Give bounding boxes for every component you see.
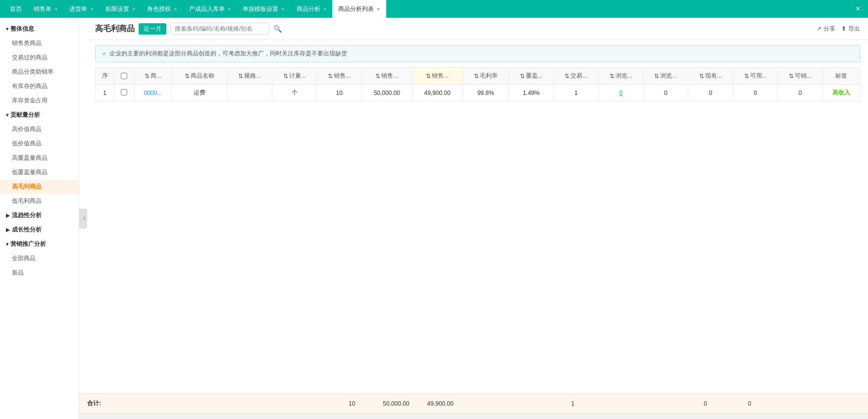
sidebar-item-high-margin[interactable]: 高毛利商品 — [0, 180, 79, 194]
nav-close-role[interactable]: × — [174, 6, 177, 12]
col-spec[interactable]: ⇅规格... — [227, 68, 272, 85]
col-transactions[interactable]: ⇅交易... — [554, 68, 599, 85]
sidebar-section-overall[interactable]: ▾ 整体信息 — [0, 22, 79, 36]
table-row: 1 0000... 运费 个 10 50,000.00 49,900.00 99… — [96, 85, 860, 101]
page-title: 高毛利商品 — [95, 24, 135, 34]
window-close-btn[interactable]: × — [852, 4, 864, 13]
share-btn[interactable]: ↗ 分享 — [817, 25, 835, 33]
footer-available-stock: 0 — [727, 400, 771, 407]
cell-current-stock: 0 — [688, 85, 733, 101]
nav-template[interactable]: 单据模板设置 × — [237, 0, 290, 18]
sort-icon-2: ⇅ — [185, 73, 190, 80]
footer-spacer1 — [109, 400, 153, 407]
col-available-stock[interactable]: ⇅可用... — [733, 68, 778, 85]
col-coverage[interactable]: ⇅覆盖... — [509, 68, 554, 85]
horizontal-scrollbar[interactable] — [79, 413, 868, 419]
sidebar-item-in-stock[interactable]: 有库存的商品 — [0, 79, 79, 93]
nav-close-sales[interactable]: × — [54, 6, 57, 12]
nav-close-permission[interactable]: × — [132, 6, 135, 12]
content-header: 高毛利商品 近一月 🔍 ↗ 分享 ⬆ 导出 — [87, 18, 868, 40]
cell-views1[interactable]: 0 — [599, 85, 644, 101]
nav-close-purchase[interactable]: × — [90, 6, 93, 12]
sidebar-item-new-goods[interactable]: 新品 — [0, 266, 79, 280]
arrow-icon-3: ▶ — [6, 213, 10, 218]
nav-sales[interactable]: 销售单 × — [28, 0, 63, 18]
sort-icon: ⇅ — [145, 73, 150, 80]
select-all-checkbox[interactable] — [121, 73, 127, 79]
footer-summary: 合计: 10 50,000.00 49,900.00 1 0 0 — [79, 393, 868, 413]
share-icon: ↗ — [817, 25, 821, 32]
footer-sales-amount: 50,000.00 — [374, 400, 418, 407]
sort-icon-3: ⇅ — [238, 73, 243, 80]
nav-analysis-list[interactable]: 商品分析列表 × — [332, 0, 386, 18]
sidebar-collapse-btn[interactable]: 《 — [79, 209, 87, 229]
sidebar-item-sales-goods[interactable]: 销售类商品 — [0, 36, 79, 50]
col-gross-margin[interactable]: ⇅毛利率 — [462, 68, 509, 85]
filter-recent-month-btn[interactable]: 近一月 — [139, 23, 166, 35]
cell-spec — [227, 85, 272, 101]
footer-current-stock: 0 — [683, 400, 727, 407]
cell-name: 运费 — [172, 85, 227, 101]
col-name[interactable]: ⇅商品名称 — [172, 68, 227, 85]
sidebar-item-stock-capital[interactable]: 库存资金占用 — [0, 93, 79, 108]
col-sales-cost[interactable]: ⇅销售... — [412, 68, 462, 85]
arrow-icon: ▾ — [6, 26, 8, 32]
arrow-icon-4: ▶ — [6, 227, 10, 233]
sidebar-item-high-value[interactable]: 高价值商品 — [0, 122, 79, 137]
row-checkbox[interactable] — [121, 89, 127, 95]
export-icon: ⬆ — [841, 25, 846, 32]
footer-cells: 10 50,000.00 49,900.00 1 0 0 — [109, 400, 860, 407]
info-icon: ✧ — [102, 50, 106, 57]
top-nav: 首页 销售单 × 进货单 × 权限设置 × 角色授权 × 产成品入库单 × 单据… — [0, 0, 868, 18]
footer-spacer10 — [772, 400, 816, 407]
search-btn[interactable]: 🔍 — [273, 25, 282, 33]
col-current-stock[interactable]: ⇅现有... — [688, 68, 733, 85]
col-tag[interactable]: 标签 — [822, 68, 860, 85]
col-sellable[interactable]: ⇅可销... — [778, 68, 823, 85]
nav-close-production[interactable]: × — [228, 6, 231, 12]
table-container[interactable]: 序 ⇅商... ⇅商品名称 ⇅规格... ⇅计量... ⇅销售... ⇅销售..… — [87, 67, 868, 393]
info-banner: ✧ 企业的主要的利润都是这部分商品创造的，可考虑加大推广，同时关注库存是不要出现… — [95, 45, 860, 62]
col-sales-qty[interactable]: ⇅销售... — [317, 68, 362, 85]
nav-close-analysis-list[interactable]: × — [377, 6, 380, 12]
col-sales-amount[interactable]: ⇅销售... — [361, 68, 412, 85]
sidebar-item-low-value[interactable]: 低价值商品 — [0, 137, 79, 151]
data-table: 序 ⇅商... ⇅商品名称 ⇅规格... ⇅计量... ⇅销售... ⇅销售..… — [95, 67, 860, 101]
sort-icon-7: ⇅ — [426, 73, 431, 80]
sidebar-item-high-coverage[interactable]: 高覆盖量商品 — [0, 151, 79, 165]
cell-code[interactable]: 0000... — [134, 85, 172, 101]
cell-views2: 0 — [643, 85, 688, 101]
sidebar-item-traded-goods[interactable]: 交易过的商品 — [0, 50, 79, 65]
cell-checkbox[interactable] — [114, 85, 134, 101]
sidebar-section-growth[interactable]: ▶ 成长性分析 — [0, 223, 79, 237]
search-input[interactable] — [170, 23, 269, 35]
col-code[interactable]: ⇅商... — [134, 68, 172, 85]
footer-transactions: 1 — [551, 400, 595, 407]
sidebar-section-marketing[interactable]: ▾ 营销推广分析 — [0, 237, 79, 251]
col-views2[interactable]: ⇅浏览... — [643, 68, 688, 85]
nav-permission[interactable]: 权限设置 × — [100, 0, 141, 18]
sort-icon-10: ⇅ — [564, 73, 569, 80]
cell-gross-margin: 99.8% — [462, 85, 509, 101]
cell-tag: 高收入 — [822, 85, 860, 101]
cell-sales-amount: 50,000.00 — [361, 85, 412, 101]
cell-sales-qty: 10 — [317, 85, 362, 101]
col-unit[interactable]: ⇅计量... — [272, 68, 317, 85]
sidebar-item-low-margin[interactable]: 低毛利商品 — [0, 194, 79, 208]
nav-analysis[interactable]: 商品分析 × — [291, 0, 332, 18]
nav-role[interactable]: 角色授权 × — [141, 0, 183, 18]
export-btn[interactable]: ⬆ 导出 — [841, 25, 860, 33]
nav-close-analysis[interactable]: × — [323, 6, 326, 12]
sort-icon-9: ⇅ — [520, 73, 525, 80]
col-views1[interactable]: ⇅浏览... — [599, 68, 644, 85]
nav-home[interactable]: 首页 — [4, 0, 28, 18]
nav-close-template[interactable]: × — [281, 6, 284, 12]
sidebar-section-contribution[interactable]: ▾ 贡献量分析 — [0, 108, 79, 122]
sidebar-item-low-coverage[interactable]: 低覆盖量商品 — [0, 165, 79, 180]
sidebar-section-trend[interactable]: ▶ 流趋性分析 — [0, 208, 79, 223]
sidebar-item-category-rate[interactable]: 商品分类助销率 — [0, 65, 79, 79]
nav-production[interactable]: 产成品入库单 × — [183, 0, 237, 18]
sidebar-item-all-goods[interactable]: 全部商品 — [0, 251, 79, 266]
col-seq: 序 — [96, 68, 114, 85]
nav-purchase[interactable]: 进货单 × — [63, 0, 99, 18]
